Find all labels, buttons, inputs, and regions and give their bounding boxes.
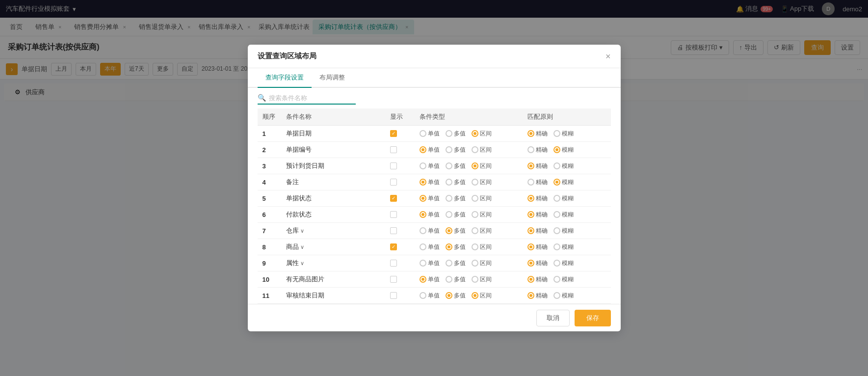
type-radio-multi[interactable]: 多值 — [446, 292, 466, 300]
match-radio-exact[interactable]: 精确 — [527, 292, 548, 300]
display-checkbox[interactable] — [390, 260, 397, 267]
type-radio-multi[interactable]: 多值 — [446, 178, 466, 187]
radio-circle — [446, 243, 452, 250]
type-radio-range[interactable]: 区间 — [472, 146, 492, 154]
type-radio-range[interactable]: 区间 — [472, 130, 492, 138]
match-radio-exact[interactable]: 精确 — [527, 211, 548, 219]
match-radio-fuzzy[interactable]: 模糊 — [553, 194, 574, 203]
type-radio-multi[interactable]: 多值 — [446, 130, 466, 138]
radio-circle — [553, 195, 560, 202]
type-radio-single[interactable]: 单值 — [420, 227, 440, 235]
match-radio-exact[interactable]: 精确 — [527, 243, 548, 251]
table-row: 8商品 ∨单值多值区间精确模糊 — [258, 239, 611, 255]
save-btn[interactable]: 保存 — [575, 310, 611, 326]
match-radio-exact[interactable]: 精确 — [527, 227, 548, 235]
match-radio-fuzzy[interactable]: 模糊 — [553, 130, 574, 138]
display-checkbox[interactable] — [390, 243, 397, 250]
radio-circle — [446, 292, 452, 299]
type-radio-single[interactable]: 单值 — [420, 194, 440, 203]
search-input[interactable] — [269, 94, 347, 102]
radio-circle — [553, 276, 560, 283]
match-radio-exact[interactable]: 精确 — [527, 130, 548, 138]
type-radio-range[interactable]: 区间 — [472, 194, 492, 203]
radio-circle — [553, 146, 560, 153]
type-radio-single[interactable]: 单值 — [420, 292, 440, 300]
display-checkbox[interactable] — [390, 146, 397, 153]
radio-circle — [446, 276, 452, 283]
radio-circle — [472, 292, 478, 299]
display-checkbox[interactable] — [390, 227, 397, 234]
match-radio-exact[interactable]: 精确 — [527, 194, 548, 203]
type-radio-single[interactable]: 单值 — [420, 178, 440, 187]
type-radio-single[interactable]: 单值 — [420, 162, 440, 170]
row-display-cell — [385, 288, 415, 304]
type-radio-range[interactable]: 区间 — [472, 243, 492, 251]
match-radio-fuzzy[interactable]: 模糊 — [553, 292, 574, 300]
radio-circle — [472, 146, 478, 153]
chevron-down-icon: ∨ — [300, 260, 304, 266]
type-radio-range[interactable]: 区间 — [472, 211, 492, 219]
match-radio-fuzzy[interactable]: 模糊 — [553, 259, 574, 268]
type-radio-range[interactable]: 区间 — [472, 275, 492, 284]
type-radio-multi[interactable]: 多值 — [446, 275, 466, 284]
match-radio-fuzzy[interactable]: 模糊 — [553, 275, 574, 284]
radio-circle — [553, 211, 560, 218]
table-row: 1单据日期单值多值区间精确模糊 — [258, 126, 611, 142]
type-radio-single[interactable]: 单值 — [420, 275, 440, 284]
row-display-cell — [385, 239, 415, 255]
type-radio-multi[interactable]: 多值 — [446, 243, 466, 251]
radio-circle — [527, 162, 534, 169]
match-radio-fuzzy[interactable]: 模糊 — [553, 162, 574, 170]
type-radio-range[interactable]: 区间 — [472, 178, 492, 187]
display-checkbox[interactable] — [390, 211, 397, 218]
match-radio-fuzzy[interactable]: 模糊 — [553, 227, 574, 235]
row-name: 单据状态 — [281, 190, 385, 207]
match-radio-fuzzy[interactable]: 模糊 — [553, 146, 574, 154]
match-radio-fuzzy[interactable]: 模糊 — [553, 243, 574, 251]
dialog-tab-layout[interactable]: 布局调整 — [312, 68, 353, 88]
radio-circle — [420, 243, 426, 250]
type-radio-range[interactable]: 区间 — [472, 162, 492, 170]
row-match-cell: 精确模糊 — [523, 288, 611, 304]
match-radio-fuzzy[interactable]: 模糊 — [553, 211, 574, 219]
table-row: 9属性 ∨单值多值区间精确模糊 — [258, 255, 611, 271]
type-radio-single[interactable]: 单值 — [420, 130, 440, 138]
type-radio-multi[interactable]: 多值 — [446, 194, 466, 203]
type-radio-multi[interactable]: 多值 — [446, 259, 466, 268]
cancel-btn[interactable]: 取消 — [536, 310, 570, 326]
radio-circle — [420, 260, 426, 267]
row-order: 5 — [258, 190, 281, 207]
dialog-tab-fields[interactable]: 查询字段设置 — [258, 68, 312, 88]
type-radio-single[interactable]: 单值 — [420, 211, 440, 219]
match-radio-exact[interactable]: 精确 — [527, 275, 548, 284]
match-radio-exact[interactable]: 精确 — [527, 146, 548, 154]
match-radio-fuzzy[interactable]: 模糊 — [553, 178, 574, 187]
type-radio-range[interactable]: 区间 — [472, 227, 492, 235]
type-radio-range[interactable]: 区间 — [472, 259, 492, 268]
display-checkbox[interactable] — [390, 162, 397, 169]
type-radio-group: 单值多值区间 — [420, 259, 518, 268]
dialog-close-btn[interactable]: × — [605, 52, 611, 61]
type-radio-range[interactable]: 区间 — [472, 292, 492, 300]
display-checkbox[interactable] — [390, 130, 397, 137]
display-checkbox[interactable] — [390, 179, 397, 186]
type-radio-single[interactable]: 单值 — [420, 259, 440, 268]
type-radio-single[interactable]: 单值 — [420, 146, 440, 154]
radio-circle — [472, 260, 478, 267]
type-radio-single[interactable]: 单值 — [420, 243, 440, 251]
display-checkbox[interactable] — [390, 276, 397, 283]
display-checkbox[interactable] — [390, 292, 397, 299]
display-checkbox[interactable] — [390, 195, 397, 202]
radio-circle — [420, 130, 426, 137]
match-radio-exact[interactable]: 精确 — [527, 259, 548, 268]
row-order: 11 — [258, 288, 281, 304]
row-display-cell — [385, 255, 415, 271]
type-radio-multi[interactable]: 多值 — [446, 211, 466, 219]
match-radio-exact[interactable]: 精确 — [527, 178, 548, 187]
type-radio-multi[interactable]: 多值 — [446, 146, 466, 154]
type-radio-multi[interactable]: 多值 — [446, 227, 466, 235]
type-radio-multi[interactable]: 多值 — [446, 162, 466, 170]
match-radio-exact[interactable]: 精确 — [527, 162, 548, 170]
search-icon: 🔍 — [258, 94, 266, 102]
table-header-row: 顺序 条件名称 显示 条件类型 匹配原则 — [258, 108, 611, 126]
